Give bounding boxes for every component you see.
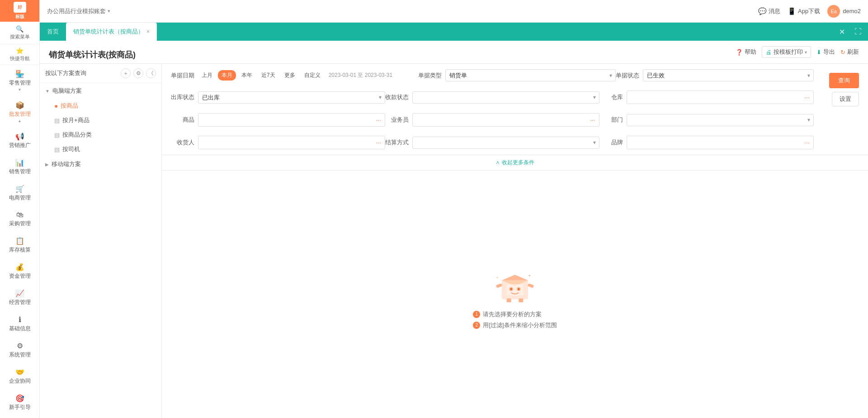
goods-scheme-icon: ● bbox=[54, 102, 58, 109]
sidebar-item-ops[interactable]: 📈 经营管理 bbox=[0, 285, 39, 311]
salesperson-input[interactable]: ··· bbox=[412, 113, 599, 127]
sidebar-quick-nav[interactable]: ⭐ 快捷导航 bbox=[0, 44, 39, 65]
sidebar-item-purchase[interactable]: 🛍 采购管理 bbox=[0, 206, 39, 232]
payment-method-select[interactable] bbox=[412, 137, 599, 149]
receiver-label: 收货人 bbox=[171, 138, 198, 147]
category-icon: ▤ bbox=[54, 132, 60, 138]
scheme-group-mobile-header[interactable]: ▶ 移动端方案 bbox=[40, 157, 161, 172]
sidebar-item-collab-label: 企业协同 bbox=[9, 377, 31, 385]
tab-maximize-btn[interactable]: ⛶ bbox=[852, 25, 864, 38]
doc-type-select[interactable]: 销货单 bbox=[445, 69, 616, 81]
sidebar-item-wholesale[interactable]: 📦 批发管理 ▲ bbox=[0, 96, 39, 128]
sidebar-item-retail[interactable]: 🏪 零售管理 ▼ bbox=[0, 65, 39, 96]
scheme-item-by-category[interactable]: ▤ 按商品分类 bbox=[49, 128, 161, 142]
receiver-dots: ··· bbox=[376, 139, 381, 146]
print-button[interactable]: 🖨 按模板打印 ▾ bbox=[762, 46, 811, 58]
sidebar-item-ops-label: 经营管理 bbox=[9, 299, 31, 306]
main-content: 办公用品行业模拟账套 ▾ 💬 消息 📱 App下载 Ea demo2 首页 bbox=[40, 0, 868, 418]
scheme-config-btn[interactable]: ⚙ bbox=[133, 68, 143, 78]
help-icon: ❓ bbox=[736, 49, 743, 56]
scheme-item-by-driver[interactable]: ▤ 按司机 bbox=[49, 142, 161, 157]
btn-col: 查询 设置 bbox=[814, 69, 859, 106]
date-tab-custom[interactable]: 自定义 bbox=[301, 70, 324, 81]
sidebar-item-marketing[interactable]: 📢 营销推广 bbox=[0, 128, 39, 154]
refresh-icon: ↻ bbox=[840, 49, 845, 56]
stock-status-select[interactable]: 已出库 bbox=[198, 91, 385, 104]
tab-close-window-btn[interactable]: ✕ bbox=[835, 25, 848, 38]
industry-selector[interactable]: 办公用品行业模拟账套 ▾ bbox=[47, 7, 110, 15]
sidebar-item-collab[interactable]: 🤝 企业协同 bbox=[0, 363, 39, 390]
help-button[interactable]: ❓ 帮助 bbox=[736, 48, 756, 56]
sidebar-search[interactable]: 🔍 搜索菜单 bbox=[0, 22, 39, 44]
brand-input[interactable]: ··· bbox=[627, 136, 814, 149]
wholesale-icon: 📦 bbox=[15, 101, 24, 109]
driver-icon: ▤ bbox=[54, 146, 60, 153]
tab-close-icon[interactable]: × bbox=[146, 28, 150, 35]
sidebar-item-inventory[interactable]: 📋 库存核算 bbox=[0, 232, 39, 258]
home-label: 首页 bbox=[47, 28, 59, 36]
collapse-row[interactable]: ∧ 收起更多条件 bbox=[162, 155, 868, 171]
scheme-add-btn[interactable]: ＋ bbox=[121, 68, 131, 78]
filter-row-4: 收货人 ··· 结算方式 bbox=[171, 136, 814, 149]
collapse-label: ∧ 收起更多条件 bbox=[495, 159, 534, 166]
sidebar-item-guide[interactable]: 🎯 新手引导 bbox=[0, 390, 39, 416]
filter-receiver-field: 收货人 ··· bbox=[171, 136, 385, 149]
marketing-icon: 📢 bbox=[15, 132, 24, 141]
tip-1-num: 1 bbox=[473, 311, 480, 318]
payment-status-select-wrapper bbox=[412, 91, 599, 104]
sidebar-item-appstore[interactable]: 📱 应用中心 bbox=[0, 416, 39, 418]
sidebar-item-ecom[interactable]: 🛒 电商管理 bbox=[0, 180, 39, 206]
scheme-list-desktop: ● 按商品 ▤ 按月+商品 ▤ 按商品分类 bbox=[40, 99, 161, 157]
settings-button[interactable]: 设置 bbox=[832, 92, 859, 106]
query-button[interactable]: 查询 bbox=[829, 73, 859, 88]
receiver-input[interactable]: ··· bbox=[198, 136, 385, 149]
tab-home[interactable]: 首页 bbox=[40, 23, 66, 41]
header-left: 办公用品行业模拟账套 ▾ bbox=[47, 7, 110, 15]
doc-type-label: 单据类型 bbox=[418, 71, 445, 80]
sidebar-item-finance[interactable]: 💰 资金管理 bbox=[0, 258, 39, 285]
date-tab-this-month[interactable]: 本月 bbox=[218, 70, 236, 81]
refresh-button[interactable]: ↻ 刷新 bbox=[840, 48, 859, 56]
date-tab-7days[interactable]: 近7天 bbox=[258, 70, 279, 81]
svg-rect-10 bbox=[496, 283, 503, 288]
brand-label: 品牌 bbox=[599, 138, 627, 147]
date-tab-last-month[interactable]: 上月 bbox=[198, 70, 216, 81]
sales-icon: 📊 bbox=[15, 158, 24, 167]
tip-2-text: 用[过滤]条件来缩小分析范围 bbox=[483, 321, 557, 329]
goods-input[interactable]: ··· bbox=[198, 113, 385, 127]
user-info[interactable]: Ea demo2 bbox=[827, 5, 861, 18]
page-body: 销货单统计计表(按商品) ❓ 帮助 🖨 按模板打印 ▾ ⬇ 导出 bbox=[40, 41, 868, 418]
date-tab-more[interactable]: 更多 bbox=[281, 70, 299, 81]
app-download-button[interactable]: 📱 App下载 bbox=[788, 7, 820, 15]
scheme-item-by-month-goods[interactable]: ▤ 按月+商品 bbox=[49, 113, 161, 128]
payment-method-label: 结算方式 bbox=[385, 138, 412, 147]
department-select-wrapper bbox=[627, 114, 814, 126]
export-button[interactable]: ⬇ 导出 bbox=[816, 48, 835, 56]
scheme-item-by-goods[interactable]: ● 按商品 bbox=[49, 99, 161, 113]
department-select[interactable] bbox=[627, 114, 814, 126]
inventory-icon: 📋 bbox=[15, 237, 24, 245]
retail-icon: 🏪 bbox=[15, 70, 24, 78]
doc-status-select[interactable]: 已生效 bbox=[643, 69, 814, 81]
month-goods-label: 按月+商品 bbox=[62, 116, 90, 124]
messages-button[interactable]: 💬 消息 bbox=[758, 7, 780, 15]
date-tabs: 上月 本月 本年 近7天 更多 自定义 bbox=[198, 70, 324, 81]
sidebar: 好 标版 🔍 搜索菜单 ⭐ 快捷导航 🏪 零售管理 ▼ 📦 批发管理 ▲ 📢 营… bbox=[0, 0, 40, 418]
svg-marker-1 bbox=[502, 275, 528, 280]
sidebar-item-finance-label: 资金管理 bbox=[9, 272, 31, 280]
scheme-group-desktop-header[interactable]: ▼ 电脑端方案 bbox=[40, 83, 161, 99]
warehouse-input[interactable]: ··· bbox=[627, 90, 814, 104]
payment-status-select[interactable] bbox=[412, 91, 599, 104]
sidebar-item-inventory-label: 库存核算 bbox=[9, 246, 31, 254]
filter-payment-method-field: 结算方式 bbox=[385, 137, 599, 149]
tab-active[interactable]: 销货单统计计表（按商品） × bbox=[66, 23, 157, 41]
ops-icon: 📈 bbox=[15, 289, 24, 298]
filter-warehouse-field: 仓库 ··· bbox=[599, 90, 814, 104]
scheme-collapse-btn[interactable]: 《 bbox=[146, 68, 156, 78]
sidebar-item-basic[interactable]: ℹ 基础信息 bbox=[0, 311, 39, 337]
app-label: App下载 bbox=[798, 7, 820, 15]
date-tab-this-year[interactable]: 本年 bbox=[238, 70, 256, 81]
sidebar-item-system[interactable]: ⚙ 系统管理 bbox=[0, 337, 39, 363]
ecom-icon: 🛒 bbox=[15, 185, 24, 193]
sidebar-item-sales[interactable]: 📊 销售管理 bbox=[0, 154, 39, 180]
